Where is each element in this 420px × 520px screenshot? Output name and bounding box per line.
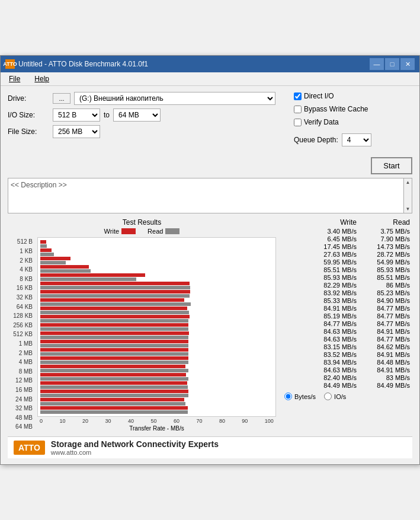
drive-label: Drive: <box>8 94 49 103</box>
footer-url: www.atto.com <box>51 449 219 456</box>
chart-y-labels: 512 B1 KB2 KB4 KB8 KB16 KB32 KB64 KB128 … <box>8 237 35 432</box>
y-label: 16 MB <box>8 387 33 393</box>
table-row: 85.19 MB/s84.77 MB/s <box>282 312 412 320</box>
read-bar <box>40 302 191 306</box>
table-row: 84.63 MB/s84.91 MB/s <box>282 366 412 374</box>
x-label: 90 <box>242 418 248 424</box>
menu-help[interactable]: Help <box>31 74 53 84</box>
y-label: 4 MB <box>8 359 33 365</box>
read-cell: 84.48 MB/s <box>363 359 410 366</box>
write-legend-label: Write <box>104 228 119 235</box>
io-radio[interactable] <box>324 393 332 400</box>
data-table-header: Write Read <box>282 218 412 226</box>
bar-pair <box>40 340 273 347</box>
io-size-label: I/O Size: <box>8 111 49 119</box>
write-bar <box>40 356 188 360</box>
read-cell: 54.99 MB/s <box>363 259 410 266</box>
read-bar <box>40 352 188 356</box>
scroll-down-arrow[interactable]: ▼ <box>406 206 411 212</box>
write-cell: 84.77 MB/s <box>309 320 357 327</box>
x-label: 50 <box>150 418 156 424</box>
bar-pair <box>40 390 273 397</box>
read-cell: 7.90 MB/s <box>363 235 410 243</box>
read-cell: 84.91 MB/s <box>363 366 410 374</box>
table-row: 84.91 MB/s84.77 MB/s <box>282 305 412 312</box>
y-label: 16 KB <box>8 285 33 291</box>
chart-x-axis-label: Transfer Rate - MB/s <box>37 425 276 432</box>
read-cell: 83 MB/s <box>363 374 410 381</box>
table-row: 84.77 MB/s84.77 MB/s <box>282 320 412 327</box>
write-bar <box>40 282 190 285</box>
write-bar <box>40 323 188 327</box>
x-label: 70 <box>196 418 202 424</box>
bytes-radio[interactable] <box>284 393 292 400</box>
table-row: 83.52 MB/s84.91 MB/s <box>282 351 412 358</box>
verify-data-checkbox[interactable] <box>294 119 302 126</box>
bar-pair <box>40 298 273 306</box>
table-row: 17.45 MB/s14.73 MB/s <box>282 243 412 250</box>
menu-bar: File Help <box>1 72 419 86</box>
x-label: 10 <box>59 418 65 424</box>
bar-pair <box>40 307 273 314</box>
table-row: 85.33 MB/s84.90 MB/s <box>282 297 412 304</box>
scroll-up-arrow[interactable]: ▲ <box>406 180 411 185</box>
bypass-write-checkbox[interactable] <box>294 106 302 113</box>
chart-area: Test Results Write Read 512 B1 KB2 KB4 K… <box>8 218 276 432</box>
table-row: 59.95 MB/s54.99 MB/s <box>282 259 412 266</box>
write-cell: 85.51 MB/s <box>309 266 357 273</box>
main-content: Drive: ... (G:) Внешний накопитель I/O S… <box>1 86 419 464</box>
read-cell: 84.77 MB/s <box>363 336 410 343</box>
write-cell: 85.19 MB/s <box>309 312 357 320</box>
minimize-button[interactable]: — <box>370 58 384 70</box>
queue-depth-select[interactable]: 4 <box>342 133 371 146</box>
write-cell: 6.45 MB/s <box>309 235 357 243</box>
bar-pair <box>40 273 273 281</box>
write-cell: 83.52 MB/s <box>309 351 357 358</box>
table-row: 84.63 MB/s84.77 MB/s <box>282 336 412 343</box>
read-col-header: Read <box>363 218 410 226</box>
browse-button[interactable]: ... <box>53 93 70 104</box>
table-row: 82.40 MB/s83 MB/s <box>282 374 412 381</box>
read-cell: 84.77 MB/s <box>363 312 410 320</box>
io-from-select[interactable]: 512 B <box>53 109 100 122</box>
y-label: 1 KB <box>8 248 33 254</box>
x-label: 30 <box>105 418 111 424</box>
table-row: 3.40 MB/s3.75 MB/s <box>282 228 412 235</box>
file-size-select[interactable]: 256 MB <box>53 125 100 138</box>
bar-pair <box>40 406 273 414</box>
close-button[interactable]: ✕ <box>400 58 415 70</box>
bar-pair <box>40 265 273 273</box>
x-label: 80 <box>219 418 225 424</box>
y-label: 8 MB <box>8 368 33 375</box>
footer-logo: ATTO <box>14 441 45 455</box>
results-section: Test Results Write Read 512 B1 KB2 KB4 K… <box>8 218 412 432</box>
footer-tagline: Storage and Network Connectivity Experts <box>51 439 219 449</box>
bar-pair <box>40 373 273 381</box>
write-cell: 84.91 MB/s <box>309 305 357 312</box>
write-cell: 84.63 MB/s <box>309 366 357 374</box>
io-radio-item: IO/s <box>324 393 346 400</box>
y-label: 64 MB <box>8 423 33 430</box>
description-scrollbar[interactable]: ▲ ▼ <box>403 178 412 213</box>
read-cell: 84.91 MB/s <box>363 328 410 335</box>
start-button[interactable]: Start <box>371 157 412 174</box>
io-to-select[interactable]: 64 MB <box>113 109 161 122</box>
bar-pair <box>40 331 273 339</box>
write-cell: 27.63 MB/s <box>309 251 357 258</box>
drive-select[interactable]: (G:) Внешний накопитель <box>74 92 275 105</box>
menu-file[interactable]: File <box>5 74 24 84</box>
y-label: 24 MB <box>8 396 33 403</box>
read-bar <box>40 385 188 389</box>
maximize-button[interactable]: □ <box>385 58 399 70</box>
chart-bars-wrapper <box>37 237 276 417</box>
write-cell: 84.63 MB/s <box>309 328 357 335</box>
direct-io-checkbox[interactable] <box>294 92 302 100</box>
read-bar <box>40 361 188 364</box>
bar-pair <box>40 290 273 298</box>
write-cell: 3.40 MB/s <box>309 228 357 235</box>
read-bar <box>40 244 47 248</box>
read-bar <box>40 394 188 397</box>
direct-io-label: Direct I/O <box>304 92 334 100</box>
window-title: Untitled - ATTO Disk Benchmark 4.01.0f1 <box>18 60 148 68</box>
y-label: 12 MB <box>8 377 33 384</box>
